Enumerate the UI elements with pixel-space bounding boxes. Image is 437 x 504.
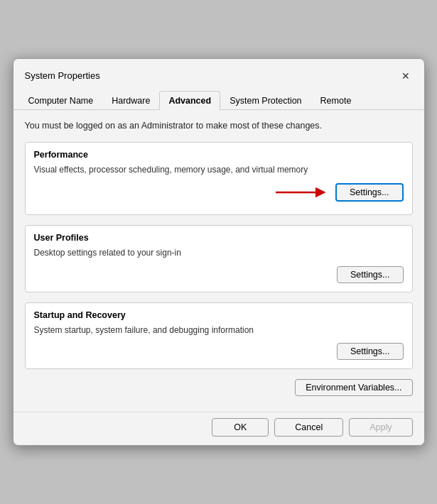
system-properties-window: System Properties ✕ Computer Name Hardwa… (13, 58, 425, 447)
bottom-bar: OK Cancel Apply (14, 412, 424, 445)
close-button[interactable]: ✕ (396, 66, 416, 86)
title-bar: System Properties ✕ (14, 59, 424, 90)
performance-section: Performance Visual effects, processor sc… (25, 142, 413, 215)
tab-system-protection[interactable]: System Protection (220, 91, 311, 110)
startup-recovery-section: Startup and Recovery System startup, sys… (25, 302, 413, 370)
tab-hardware[interactable]: Hardware (102, 91, 159, 110)
startup-recovery-title: Startup and Recovery (34, 310, 404, 320)
user-profiles-button-row: Settings... (34, 266, 404, 283)
env-variables-row: Environment Variables... (25, 379, 413, 396)
performance-settings-button[interactable]: Settings... (335, 183, 404, 202)
cancel-button[interactable]: Cancel (274, 418, 343, 437)
performance-title: Performance (34, 150, 404, 160)
performance-desc: Visual effects, processor scheduling, me… (34, 164, 404, 176)
startup-recovery-settings-button[interactable]: Settings... (337, 343, 404, 360)
user-profiles-settings-button[interactable]: Settings... (337, 266, 404, 283)
admin-info-text: You must be logged on as an Administrato… (25, 120, 413, 133)
user-profiles-section: User Profiles Desktop settings related t… (25, 225, 413, 292)
arrow-row: Settings... (34, 183, 404, 202)
tab-content: You must be logged on as an Administrato… (14, 110, 424, 412)
startup-recovery-button-row: Settings... (34, 343, 404, 360)
environment-variables-button[interactable]: Environment Variables... (295, 379, 412, 396)
window-title: System Properties (25, 70, 100, 81)
red-arrow-icon (274, 185, 331, 199)
user-profiles-desc: Desktop settings related to your sign-in (34, 247, 404, 259)
apply-button[interactable]: Apply (349, 418, 412, 437)
tab-remote[interactable]: Remote (311, 91, 361, 110)
startup-recovery-desc: System startup, system failure, and debu… (34, 324, 404, 336)
tab-bar: Computer Name Hardware Advanced System P… (14, 90, 424, 110)
tab-computer-name[interactable]: Computer Name (19, 91, 103, 110)
user-profiles-title: User Profiles (34, 233, 404, 243)
tab-advanced[interactable]: Advanced (159, 91, 220, 110)
ok-button[interactable]: OK (212, 418, 269, 437)
